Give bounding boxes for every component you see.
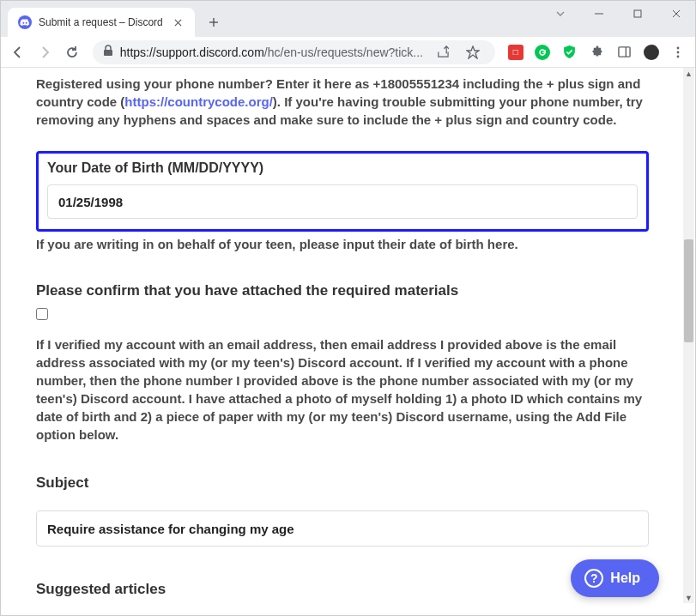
- svg-point-14: [677, 55, 680, 57]
- scrollbar-track[interactable]: ▲ ▼: [683, 68, 694, 603]
- svg-marker-9: [467, 46, 479, 58]
- url-text: https://support.discord.com/hc/en-us/req…: [120, 45, 423, 59]
- countrycode-link[interactable]: https://countrycode.org/: [124, 94, 273, 109]
- window-close-button[interactable]: [657, 1, 695, 27]
- dropdown-icon[interactable]: [541, 1, 579, 27]
- dob-input[interactable]: [47, 184, 638, 219]
- page-content: Registered using your phone number? Ente…: [2, 75, 683, 614]
- share-icon[interactable]: [430, 40, 454, 64]
- page-viewport: Registered using your phone number? Ente…: [2, 68, 683, 614]
- window-controls: [541, 1, 695, 27]
- confirm-section: Please confirm that you have attached th…: [36, 282, 649, 444]
- address-bar[interactable]: https://support.discord.com/hc/en-us/req…: [93, 40, 495, 64]
- lock-icon: [103, 45, 113, 60]
- window-titlebar: Submit a request – Discord: [1, 1, 695, 37]
- svg-rect-10: [619, 47, 630, 57]
- confirm-label: Please confirm that you have attached th…: [36, 282, 649, 299]
- menu-icon[interactable]: [668, 40, 688, 64]
- maximize-button[interactable]: [618, 1, 657, 27]
- reload-button[interactable]: [62, 40, 82, 64]
- subject-section: Subject: [36, 474, 649, 547]
- new-tab-button[interactable]: [202, 10, 226, 34]
- svg-rect-5: [634, 10, 641, 17]
- confirm-description: If I verified my account with an email a…: [36, 335, 649, 444]
- browser-tab[interactable]: Submit a request – Discord: [8, 8, 195, 37]
- forward-button[interactable]: [35, 40, 56, 64]
- svg-point-13: [677, 51, 680, 53]
- minimize-button[interactable]: [579, 1, 618, 27]
- suggested-link-1[interactable]: Why is Discord asking for my birthday?: [36, 613, 649, 614]
- scroll-down-arrow[interactable]: ▼: [683, 592, 694, 603]
- dob-helper-text: If you are writing in on behalf of your …: [36, 237, 649, 251]
- back-button[interactable]: [8, 40, 28, 64]
- reader-icon[interactable]: □: [505, 40, 526, 64]
- suggested-articles-label: Suggested articles: [36, 581, 649, 598]
- scrollbar-thumb[interactable]: [684, 239, 693, 342]
- close-tab-icon[interactable]: [171, 15, 185, 29]
- subject-label: Subject: [36, 474, 649, 492]
- svg-point-12: [677, 46, 680, 49]
- extensions-icon[interactable]: [587, 40, 608, 64]
- tab-title: Submit a request – Discord: [39, 16, 166, 28]
- sidepanel-icon[interactable]: [614, 40, 634, 64]
- grammarly-icon[interactable]: [533, 40, 554, 64]
- help-button[interactable]: ? Help: [571, 559, 659, 597]
- help-icon: ?: [584, 569, 603, 588]
- dob-label: Your Date of Birth (MM/DD/YYYY): [47, 160, 638, 176]
- shield-icon[interactable]: [560, 40, 580, 64]
- help-label: Help: [610, 571, 640, 586]
- confirm-checkbox[interactable]: [36, 308, 48, 320]
- scroll-up-arrow[interactable]: ▲: [683, 68, 694, 79]
- dob-highlight-box: Your Date of Birth (MM/DD/YYYY): [36, 151, 649, 232]
- star-icon[interactable]: [461, 40, 485, 64]
- browser-toolbar: https://support.discord.com/hc/en-us/req…: [1, 37, 695, 68]
- phone-intro-text: Registered using your phone number? Ente…: [36, 75, 649, 129]
- discord-favicon: [18, 15, 32, 29]
- profile-avatar[interactable]: [641, 40, 662, 64]
- subject-input[interactable]: [36, 510, 649, 547]
- svg-rect-8: [104, 50, 112, 56]
